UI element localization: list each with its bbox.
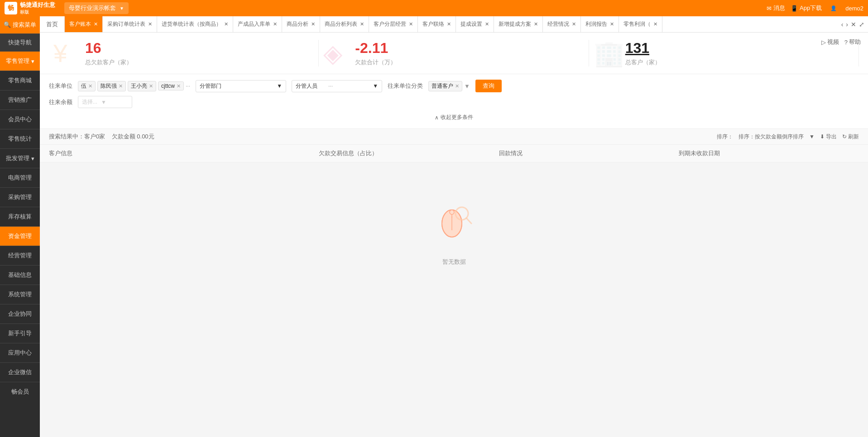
stat-icon-building: 🏢 xyxy=(594,38,625,68)
refresh-button[interactable]: ↻ 刷新 xyxy=(842,133,859,141)
unit-tag-chen-close[interactable]: ✕ xyxy=(119,83,123,89)
category-tag-normal: 普通客户 ✕ xyxy=(428,81,462,91)
person-filter-select[interactable]: 分管人员 ··· ▼ xyxy=(292,80,382,92)
sidebar-item-finance[interactable]: 资金管理 xyxy=(0,226,40,246)
tab-goods-analysis[interactable]: 商品分析 ✕ xyxy=(282,16,320,33)
balance-filter-input[interactable]: 选择... ▼ xyxy=(78,96,132,108)
avatar-img: 👤 xyxy=(827,2,840,14)
tab-purchase-order[interactable]: 采购订单统计表 ✕ xyxy=(103,16,157,33)
stat-icon-currency: ¥ xyxy=(53,39,67,68)
chevron-down-icon-2: ▾ xyxy=(31,155,34,162)
tab-close-customer-book[interactable]: ✕ xyxy=(94,21,98,27)
th-repayment: 回款情况 xyxy=(499,149,679,157)
content-area: 首页 客户账本 ✕ 采购订单统计表 ✕ 进货单统计表（按商品） ✕ 产成品入库单… xyxy=(40,16,868,437)
tab-next-button[interactable]: › xyxy=(845,20,849,29)
unit-tag-wu: 伍 ✕ xyxy=(78,81,96,91)
sidebar-item-retail-mall[interactable]: 零售商城 xyxy=(0,71,40,90)
unit-tag-wang-close[interactable]: ✕ xyxy=(149,83,153,89)
total-customers-all-value[interactable]: 131 xyxy=(625,40,649,57)
tab-customer-stratify[interactable]: 客户分层经营 ✕ xyxy=(369,16,418,33)
help-button[interactable]: ? 帮助 xyxy=(844,38,861,46)
sidebar-item-ecommerce[interactable]: 电商管理 xyxy=(0,168,40,187)
tab-close-goods-analysis-list[interactable]: ✕ xyxy=(360,21,364,27)
selector-chevron-icon: ▼ xyxy=(120,6,124,11)
query-button[interactable]: 查询 xyxy=(475,80,502,92)
unit-tag-wu-close[interactable]: ✕ xyxy=(88,83,92,89)
tab-goods-stats[interactable]: 进货单统计表（按商品） ✕ xyxy=(157,16,233,33)
sidebar-item-vip-member[interactable]: 畅会员 xyxy=(0,382,40,401)
tab-close-product-inbound[interactable]: ✕ xyxy=(273,21,277,27)
tab-home[interactable]: 首页 xyxy=(40,16,65,33)
tab-business-status[interactable]: 经营情况 ✕ xyxy=(543,16,581,33)
sidebar-item-operations[interactable]: 经营管理 xyxy=(0,246,40,265)
tab-new-promotion[interactable]: 新增提成方案 ✕ xyxy=(494,16,543,33)
video-button[interactable]: ▷ 视频 xyxy=(821,38,839,46)
stat-total-customers-all: 🏢 131 总客户（家） xyxy=(589,40,859,66)
sidebar-item-basic-info[interactable]: 基础信息 xyxy=(0,265,40,285)
tab-product-inbound[interactable]: 产成品入库单 ✕ xyxy=(233,16,282,33)
export-button[interactable]: ⬇ 导出 xyxy=(820,133,837,141)
sidebar-item-inventory[interactable]: 库存核算 xyxy=(0,207,40,226)
sidebar-item-retail-mgmt[interactable]: 零售管理 ▾ xyxy=(0,51,40,71)
refresh-icon: ↻ xyxy=(842,133,847,140)
sidebar-item-member-center[interactable]: 会员中心 xyxy=(0,109,40,129)
sidebar-item-retail-stats[interactable]: 零售统计 xyxy=(0,129,40,148)
sidebar-item-wholesale-mgmt[interactable]: 批发管理 ▾ xyxy=(0,148,40,168)
tab-close-profit-report[interactable]: ✕ xyxy=(610,21,614,27)
sidebar-quick-nav[interactable]: 快捷导航 xyxy=(0,33,40,51)
tab-close-customer-stratify[interactable]: ✕ xyxy=(409,21,413,27)
avatar[interactable]: 👤 xyxy=(827,2,840,14)
sidebar-item-marketing[interactable]: 营销推广 xyxy=(0,90,40,109)
sidebar-item-enterprise[interactable]: 企业协同 xyxy=(0,304,40,323)
tab-customer-contact[interactable]: 客户联络 ✕ xyxy=(418,16,456,33)
tab-expand-button[interactable]: ⤢ xyxy=(858,20,865,29)
tab-close-goods-analysis[interactable]: ✕ xyxy=(311,21,315,27)
app-download-button[interactable]: 📱 App下载 xyxy=(791,4,822,12)
tab-close-all-button[interactable]: ✕ xyxy=(850,20,857,29)
empty-state-svg xyxy=(432,199,477,244)
result-info: 搜索结果中：客户0家 欠款金额 0.00元 排序： 排序：按欠款金额倒序排序 ▼… xyxy=(40,129,868,145)
unit-tag-cjttcw: cjttcw ✕ xyxy=(158,81,184,90)
username-label[interactable]: demo2 xyxy=(845,5,863,12)
empty-text: 暂无数据 xyxy=(442,258,466,266)
wholesale-mgmt-label: 批发管理 ▾ xyxy=(0,154,40,162)
debt-amount-label: 欠款合计（万） xyxy=(355,58,396,66)
tab-close-customer-contact[interactable]: ✕ xyxy=(447,21,451,27)
main-layout: 🔍 搜索菜单 快捷导航 零售管理 ▾ 零售商城 营销推广 会员中心 xyxy=(0,16,868,437)
tab-close-promotion-settings[interactable]: ✕ xyxy=(485,21,489,27)
sidebar-item-app-center[interactable]: 应用中心 xyxy=(0,343,40,362)
unit-tag-cjttcw-close[interactable]: ✕ xyxy=(177,83,181,89)
person-filter-more[interactable]: ··· xyxy=(328,83,333,89)
collapse-more-btn[interactable]: ∧ 收起更多条件 xyxy=(49,112,859,123)
svg-point-3 xyxy=(450,210,454,214)
main-content: ¥ 16 总欠款客户（家） ◈ -2.11 欠款合计（万） 🏢 131 总 xyxy=(40,33,868,437)
tab-prev-button[interactable]: ‹ xyxy=(840,20,844,29)
tab-customer-book[interactable]: 客户账本 ✕ xyxy=(65,16,103,33)
unit-tag-more[interactable]: ··· xyxy=(186,83,190,89)
tab-close-purchase[interactable]: ✕ xyxy=(148,21,152,27)
account-selector[interactable]: 母婴行业演示帐套 ▼ xyxy=(64,2,129,14)
tab-goods-analysis-list[interactable]: 商品分析列表 ✕ xyxy=(320,16,369,33)
sidebar-item-enterprise-wechat[interactable]: 企业微信 xyxy=(0,362,40,382)
total-customers-label: 总欠款客户（家） xyxy=(85,58,132,66)
tab-close-new-promotion[interactable]: ✕ xyxy=(534,21,538,27)
chevron-down-icon: ▾ xyxy=(31,58,34,65)
tab-close-business-status[interactable]: ✕ xyxy=(572,21,576,27)
sidebar-search[interactable]: 🔍 搜索菜单 xyxy=(0,16,40,33)
result-actions: 排序： 排序：按欠款金额倒序排序 ▼ ⬇ 导出 ↻ 刷新 xyxy=(717,133,859,141)
sidebar-item-new-guide[interactable]: 新手引导 xyxy=(0,323,40,343)
balance-filter-label: 往来余额 xyxy=(49,98,72,106)
sidebar-item-purchase-mgmt[interactable]: 采购管理 xyxy=(0,187,40,207)
tab-retail-profit[interactable]: 零售利润（ ✕ xyxy=(619,16,662,33)
message-button[interactable]: ✉ 消息 xyxy=(767,4,785,12)
message-icon: ✉ xyxy=(767,5,772,12)
top-actions: ✉ 消息 📱 App下载 👤 demo2 xyxy=(767,2,863,14)
sort-value[interactable]: 排序：按欠款金额倒序排序 xyxy=(739,133,804,141)
sidebar-item-sys-mgmt[interactable]: 系统管理 xyxy=(0,285,40,304)
dept-filter-select[interactable]: 分管部门 ▼ xyxy=(196,80,286,92)
tab-close-goods-stats[interactable]: ✕ xyxy=(224,21,228,27)
tab-promotion-settings[interactable]: 提成设置 ✕ xyxy=(456,16,494,33)
category-tag-close[interactable]: ✕ xyxy=(455,83,459,89)
tab-close-retail-profit[interactable]: ✕ xyxy=(653,21,657,27)
tab-profit-report[interactable]: 利润报告 ✕ xyxy=(581,16,619,33)
